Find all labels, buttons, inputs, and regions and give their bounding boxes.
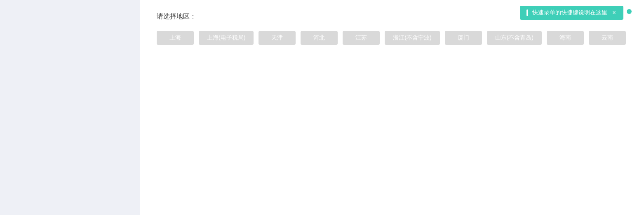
tooltip-bar: 快速录单的快捷键说明在这里 × <box>520 6 623 20</box>
region-button[interactable]: 上海(电子税局) <box>199 31 254 45</box>
region-button[interactable]: 上海 <box>157 31 194 45</box>
bar-accent-icon <box>526 9 528 16</box>
region-button[interactable]: 海南 <box>547 31 584 45</box>
region-buttons-container: 上海上海(电子税局)天津河北江苏浙江(不含宁波)厦门山东(不含青岛)海南云南 <box>157 31 628 45</box>
main-content: 请选择地区： 上海上海(电子税局)天津河北江苏浙江(不含宁波)厦门山东(不含青岛… <box>140 0 644 215</box>
region-button[interactable]: 浙江(不含宁波) <box>385 31 440 45</box>
region-button[interactable]: 河北 <box>301 31 338 45</box>
region-button[interactable]: 云南 <box>589 31 626 45</box>
sidebar <box>0 0 140 215</box>
tooltip-text: 快速录单的快捷键说明在这里 <box>532 9 607 16</box>
tooltip-close-button[interactable]: × <box>611 9 617 16</box>
tooltip-dot <box>627 9 632 14</box>
region-button[interactable]: 江苏 <box>343 31 380 45</box>
region-button[interactable]: 天津 <box>259 31 296 45</box>
region-button[interactable]: 山东(不含青岛) <box>487 31 542 45</box>
region-button[interactable]: 厦门 <box>445 31 482 45</box>
